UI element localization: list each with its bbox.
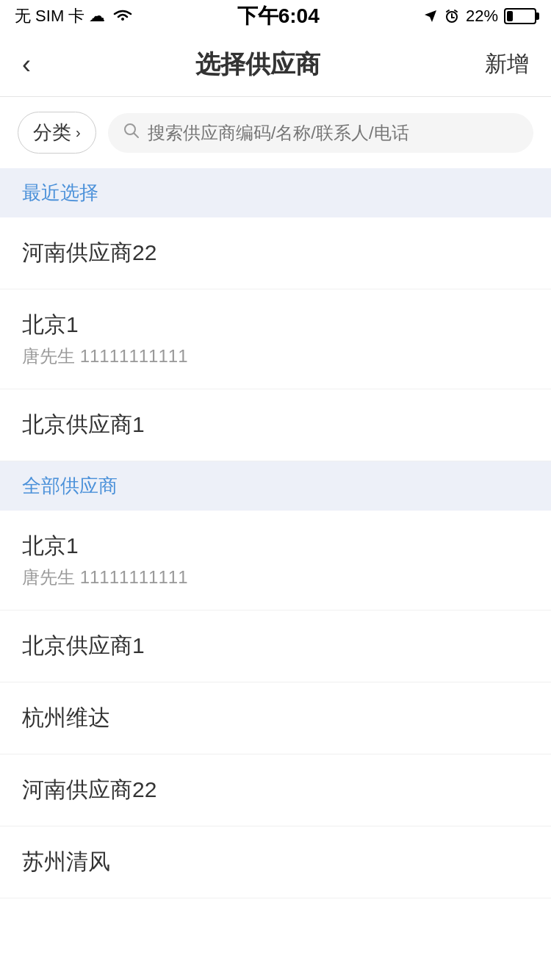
item-name: 河南供应商22 xyxy=(22,238,529,268)
list-item[interactable]: 河南供应商22 xyxy=(0,754,551,826)
list-item[interactable]: 杭州维达 xyxy=(0,682,551,754)
location-icon xyxy=(423,9,438,24)
back-button[interactable]: ‹ xyxy=(22,49,31,80)
svg-line-3 xyxy=(447,10,449,12)
status-bar: 无 SIM 卡 ☁ 下午6:04 22% xyxy=(0,0,551,32)
chevron-right-icon: › xyxy=(76,124,81,141)
recent-section-header: 最近选择 xyxy=(0,168,551,217)
add-button[interactable]: 新增 xyxy=(485,49,529,79)
item-contact: 唐先生 11111111111 xyxy=(22,566,529,589)
list-item[interactable]: 北京1唐先生 11111111111 xyxy=(0,511,551,610)
page-title: 选择供应商 xyxy=(195,48,320,82)
battery-percent: 22% xyxy=(466,7,498,26)
item-name: 河南供应商22 xyxy=(22,775,529,805)
svg-line-4 xyxy=(455,10,457,12)
item-contact: 唐先生 11111111111 xyxy=(22,345,529,368)
category-label: 分类 xyxy=(33,120,71,145)
wifi-icon xyxy=(112,9,133,24)
battery-icon xyxy=(504,8,536,24)
item-name: 北京供应商1 xyxy=(22,631,529,661)
status-time: 下午6:04 xyxy=(237,2,320,30)
recent-list: 河南供应商22北京1唐先生 11111111111北京供应商1 xyxy=(0,217,551,461)
all-section-header: 全部供应商 xyxy=(0,461,551,511)
alarm-icon xyxy=(444,8,460,24)
item-name: 北京供应商1 xyxy=(22,410,529,440)
search-box[interactable] xyxy=(108,113,533,153)
status-left: 无 SIM 卡 ☁ xyxy=(15,5,133,27)
item-name: 北京1 xyxy=(22,310,529,340)
search-area: 分类 › xyxy=(0,97,551,168)
list-item[interactable]: 河南供应商22 xyxy=(0,217,551,289)
status-right: 22% xyxy=(423,7,536,26)
svg-line-6 xyxy=(134,133,138,137)
item-name: 苏州清风 xyxy=(22,847,529,877)
search-input[interactable] xyxy=(148,123,519,143)
list-item[interactable]: 北京1唐先生 11111111111 xyxy=(0,289,551,389)
all-section-label: 全部供应商 xyxy=(22,475,118,497)
item-name: 北京1 xyxy=(22,531,529,561)
battery-fill xyxy=(507,11,513,21)
item-name: 杭州维达 xyxy=(22,703,529,733)
list-item[interactable]: 北京供应商1 xyxy=(0,610,551,682)
nav-bar: ‹ 选择供应商 新增 xyxy=(0,32,551,97)
all-list: 北京1唐先生 11111111111北京供应商1杭州维达河南供应商22苏州清风 xyxy=(0,511,551,898)
search-icon xyxy=(123,122,140,144)
list-item[interactable]: 北京供应商1 xyxy=(0,389,551,461)
category-button[interactable]: 分类 › xyxy=(18,112,96,154)
list-item[interactable]: 苏州清风 xyxy=(0,826,551,898)
recent-section-label: 最近选择 xyxy=(22,181,98,203)
no-sim-text: 无 SIM 卡 ☁ xyxy=(15,5,105,27)
